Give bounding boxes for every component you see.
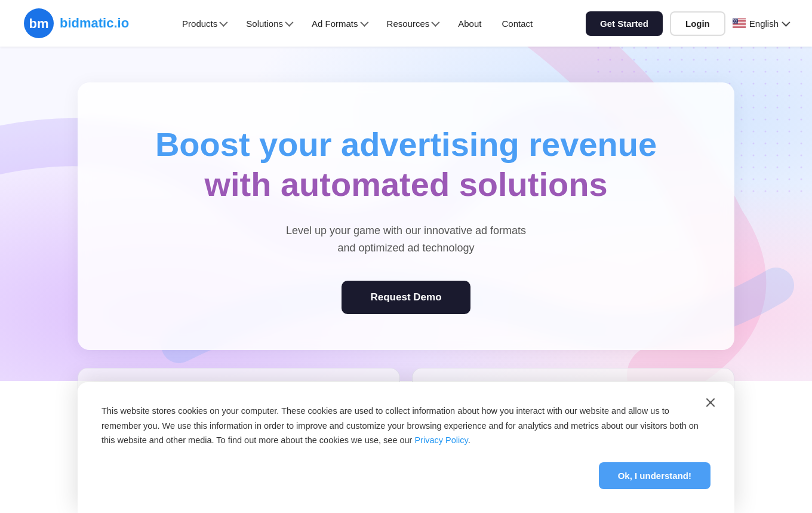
hero-title: Boost your advertising revenue with auto… (113, 124, 699, 204)
nav-item-contact[interactable]: Contact (493, 14, 541, 33)
svg-text:bm: bm (29, 16, 49, 31)
nav-item-ad-formats[interactable]: Ad Formats (303, 14, 375, 33)
logo[interactable]: bm bidmatic.io (24, 8, 129, 38)
cookie-ok-button[interactable]: Ok, I understand! (599, 462, 710, 489)
nav-actions: Get Started Login ★★★ ★★ ★★★ English (586, 11, 788, 36)
chevron-down-icon (782, 19, 790, 27)
navbar: bm bidmatic.io Products Solutions Ad For… (0, 0, 812, 47)
svg-text:★: ★ (736, 21, 738, 24)
cookie-text: This website stores cookies on your comp… (102, 404, 710, 448)
logo-text: bidmatic.io (60, 16, 129, 31)
chevron-down-icon (285, 19, 293, 27)
request-demo-button[interactable]: Request Demo (342, 281, 470, 314)
login-button[interactable]: Login (670, 11, 725, 36)
cookie-banner: This website stores cookies on your comp… (78, 382, 734, 513)
language-label: English (749, 19, 779, 29)
close-icon (706, 398, 715, 407)
hero-section: Boost your advertising revenue with auto… (0, 47, 812, 374)
svg-rect-8 (733, 27, 746, 27)
chevron-down-icon (360, 19, 368, 27)
nav-links: Products Solutions Ad Formats Resources (174, 14, 541, 33)
svg-rect-6 (733, 24, 746, 24)
cookie-close-button[interactable] (701, 393, 720, 412)
hero-card: Boost your advertising revenue with auto… (78, 82, 734, 350)
nav-item-about[interactable]: About (450, 14, 490, 33)
flag-icon: ★★★ ★★ ★★★ (733, 19, 746, 28)
logo-icon: bm (24, 8, 54, 38)
cookie-actions: Ok, I understand! (102, 462, 710, 489)
svg-rect-7 (733, 25, 746, 26)
nav-item-solutions[interactable]: Solutions (238, 14, 300, 33)
privacy-policy-link[interactable]: Privacy Policy (414, 435, 467, 445)
chevron-down-icon (432, 19, 440, 27)
get-started-button[interactable]: Get Started (586, 11, 663, 36)
hero-subtitle: Level up your game with our innovative a… (113, 222, 699, 257)
nav-item-resources[interactable]: Resources (379, 14, 447, 33)
nav-item-products[interactable]: Products (174, 14, 234, 33)
language-selector[interactable]: ★★★ ★★ ★★★ English (733, 19, 788, 29)
chevron-down-icon (220, 19, 228, 27)
